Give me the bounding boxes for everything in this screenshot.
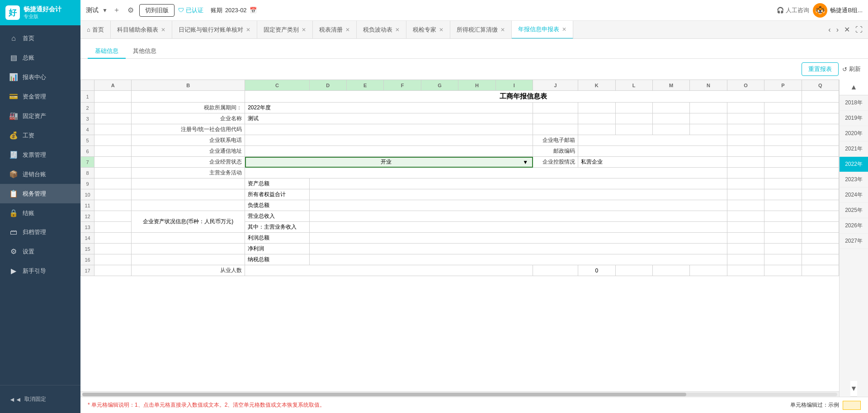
cell-5-a[interactable] [94, 135, 132, 146]
cell-9-q[interactable] [802, 178, 839, 189]
sidebar-item-reports[interactable]: 📊 报表中心 [0, 67, 80, 87]
sidebar-collapse-btn[interactable]: ◄◄ 取消固定 [0, 391, 80, 408]
tab-expand-btn[interactable]: ⛶ [854, 25, 864, 35]
cell-8-b[interactable]: 主营业务活动 [132, 168, 245, 178]
cell-6-q[interactable] [802, 146, 839, 157]
cell-2-o[interactable] [727, 103, 764, 113]
cell-10-c[interactable]: 所有者权益合计 [245, 189, 309, 200]
cell-9-c[interactable]: 资产总额 [245, 178, 309, 189]
cell-3-b[interactable]: 企业名称 [132, 113, 245, 124]
cell-4-q[interactable] [802, 124, 839, 135]
tab-prev-btn[interactable]: ‹ [826, 25, 832, 35]
cell-16-p[interactable] [764, 254, 802, 265]
cell-17-o[interactable] [727, 265, 764, 276]
cell-12-a[interactable] [94, 211, 132, 222]
col-header-k[interactable]: K [578, 80, 615, 91]
cell-4-l[interactable] [615, 124, 652, 135]
cell-2-l[interactable] [615, 103, 652, 113]
cell-12-p[interactable] [764, 211, 802, 222]
cell-4-k[interactable] [578, 124, 615, 135]
cell-12-b-merged[interactable]: 企业资产状况信息(币种：人民币万元) [132, 211, 245, 233]
cell-7-p[interactable] [764, 157, 802, 168]
tab-close-annual-report[interactable]: ✕ [562, 26, 566, 33]
topbar-settings-btn[interactable]: ⚙ [126, 4, 136, 16]
tab-close-fixed-asset[interactable]: ✕ [302, 27, 306, 33]
cell-10-o[interactable] [727, 189, 764, 200]
col-header-c[interactable]: C [245, 80, 309, 91]
cell-2-c[interactable]: 2022年度 [245, 103, 533, 113]
cell-5-b[interactable]: 企业联系电话 [132, 135, 245, 146]
sidebar-item-home[interactable]: ⌂ 首页 [0, 29, 80, 48]
spreadsheet-container[interactable]: A B C D E F G H I J [80, 80, 839, 391]
year-item-2022[interactable]: 2022年 [840, 157, 868, 172]
cell-17-m[interactable] [652, 265, 689, 276]
cell-8-p[interactable] [764, 168, 802, 178]
cell-9-o[interactable] [727, 178, 764, 189]
cell-16-b[interactable] [132, 254, 245, 265]
cell-9-a[interactable] [94, 178, 132, 189]
cell-11-p[interactable] [764, 200, 802, 211]
cell-14-q[interactable] [802, 233, 839, 244]
tab-close-tax-inspection[interactable]: ✕ [439, 27, 443, 33]
cell-15-d[interactable] [309, 244, 727, 254]
col-header-n[interactable]: N [690, 80, 727, 91]
col-header-m[interactable]: M [652, 80, 689, 91]
cell-6-o[interactable] [727, 146, 764, 157]
cell-4-n[interactable] [690, 124, 727, 135]
cell-11-a[interactable] [94, 200, 132, 211]
cell-16-d[interactable] [309, 254, 727, 265]
cell-1-q[interactable] [802, 91, 839, 103]
cell-3-l[interactable] [615, 113, 652, 124]
cell-7-a[interactable] [94, 157, 132, 168]
tab-home[interactable]: ⌂ 首页 [80, 21, 111, 39]
calendar-icon[interactable]: 📅 [250, 7, 257, 14]
cell-13-o[interactable] [727, 222, 764, 233]
cell-15-b[interactable] [132, 244, 245, 254]
tab-tax-fluctuation[interactable]: 税负波动表 ✕ [357, 21, 406, 39]
cell-2-n[interactable] [690, 103, 727, 113]
cell-14-d[interactable] [309, 233, 727, 244]
col-header-p[interactable]: P [764, 80, 802, 91]
cell-10-p[interactable] [764, 189, 802, 200]
cell-17-j[interactable] [533, 265, 578, 276]
tab-close-auxiliary[interactable]: ✕ [161, 27, 165, 33]
cell-9-b[interactable] [132, 178, 245, 189]
cell-6-a[interactable] [94, 146, 132, 157]
cell-13-q[interactable] [802, 222, 839, 233]
year-item-2020[interactable]: 2020年 [840, 126, 868, 141]
year-item-2018[interactable]: 2018年 [840, 95, 868, 111]
col-header-h[interactable]: H [458, 80, 495, 91]
cell-7-j[interactable]: 企业控股情况 [533, 157, 578, 168]
cell-6-k[interactable] [578, 146, 727, 157]
cell-10-q[interactable] [802, 189, 839, 200]
cell-17-a[interactable] [94, 265, 132, 276]
cell-15-o[interactable] [727, 244, 764, 254]
tab-fixed-asset-category[interactable]: 固定资产类别 ✕ [257, 21, 313, 39]
sidebar-item-finance[interactable]: 💳 资金管理 [0, 87, 80, 106]
cell-16-o[interactable] [727, 254, 764, 265]
cell-17-c[interactable] [245, 265, 533, 276]
refresh-btn[interactable]: ↺ 刷新 [842, 65, 861, 73]
cell-2-a[interactable] [94, 103, 132, 113]
col-header-e[interactable]: E [347, 80, 384, 91]
year-panel-up-btn[interactable]: ▲ [840, 80, 868, 95]
cell-5-p[interactable] [764, 135, 802, 146]
cell-7-c-dropdown[interactable]: 开业 ▼ [245, 157, 533, 168]
cell-17-n[interactable] [690, 265, 727, 276]
year-panel-down-btn[interactable]: ▼ [850, 381, 858, 397]
cell-2-m[interactable] [652, 103, 689, 113]
cell-8-c[interactable] [245, 168, 727, 178]
tab-close-income-tax[interactable]: ✕ [500, 27, 505, 33]
cell-3-q[interactable] [802, 113, 839, 124]
cell-4-p[interactable] [764, 124, 802, 135]
year-item-2021[interactable]: 2021年 [840, 141, 868, 157]
cell-12-o[interactable] [727, 211, 764, 222]
cell-15-a[interactable] [94, 244, 132, 254]
cell-7-o[interactable] [727, 157, 764, 168]
cell-14-c[interactable]: 利润总额 [245, 233, 309, 244]
year-item-2025[interactable]: 2025年 [840, 203, 868, 218]
tab-close-all-btn[interactable]: ✕ [842, 24, 852, 35]
year-item-2027[interactable]: 2027年 [840, 234, 868, 249]
cell-14-a[interactable] [94, 233, 132, 244]
cell-3-j[interactable] [533, 113, 578, 124]
